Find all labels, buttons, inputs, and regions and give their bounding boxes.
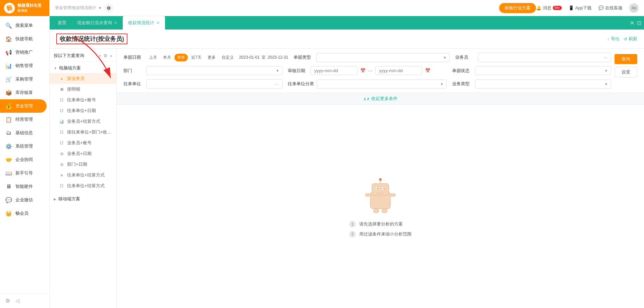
tab-maximize-btn[interactable]: ⊡ [637,20,641,26]
wechat-icon: 💬 [5,197,12,203]
user-avatar[interactable]: Rit [629,3,639,13]
empty-tip-1: 1 请先选择要分析的方案 [349,221,412,227]
schema-group-desktop-title[interactable]: ▼ 电脑端方案 [50,63,116,73]
header-settings-btn[interactable]: ⚙ [104,3,113,13]
schema-item-sp-settlement[interactable]: 📊 业务员+结算方式 [50,116,116,127]
date-tab-this-month[interactable]: 本月 [160,54,174,61]
salesperson-ellipsis[interactable]: ··· [603,55,607,60]
sidebar-item-basic-info[interactable]: 🗂 基础信息 [0,126,49,140]
sidebar-item-purchase[interactable]: 🛒 采购管理 [0,72,49,86]
app-download-item[interactable]: 📱 App下载 [569,5,592,11]
date-tab-last7[interactable]: 近7天 [189,54,204,61]
export-label: 导出 [611,36,620,42]
cp-category-select[interactable]: ▾ [317,80,447,89]
service-icon: 💬 [598,5,604,10]
notification-item[interactable]: 🔔 消息 99+ [536,5,562,11]
sidebar-item-quicknav[interactable]: 🏠 快捷导航 [0,32,49,46]
cp-settlement2-icon: ≡ [59,172,64,178]
sidebar-item-system[interactable]: ⚙️ 系统管理 [0,140,49,153]
schema-item-sp-date[interactable]: ⊙ 业务员+日期 [50,148,116,159]
calendar-end-icon[interactable]: 📅 [425,68,430,73]
mobile-arrow-icon: ▶ [54,197,56,201]
sidebar-item-member[interactable]: 👑 畅会员 [0,207,49,220]
filter-date-range: 2023-01-01 至 2023-12-31 [239,55,288,60]
filter-settings-button[interactable]: 设置 [614,67,637,78]
schema-item-cp-settlement2[interactable]: ≡ 往来单位+结算方式 [50,170,116,181]
sidebar-item-inventory[interactable]: 📦 库存核算 [0,86,49,99]
date-tab-this-year[interactable]: 本年 [174,54,188,61]
calendar-start-icon[interactable]: 📅 [360,68,366,73]
operations-icon: 📋 [5,116,12,123]
trial-button[interactable]: 体验行业方案 [499,3,536,13]
breadcrumb-dropdown-icon[interactable]: ▾ [99,5,101,10]
empty-tips: 1 请先选择要分析的方案 2 用过滤条件来缩小分析范围 [349,221,412,238]
schema-item-dept-date[interactable]: ⊙ 部门+日期 [50,159,116,170]
tip-num-1: 1 [349,221,356,227]
date-label: 单据日期 [123,54,144,60]
schema-collapse-btn[interactable]: « [110,53,112,58]
voucher-status-arrow-icon: ▾ [605,68,607,73]
date-tab-custom[interactable]: 自定义 [219,54,236,61]
main-area: 资金管理/收款情况统计 ▾ ⚙ 体验行业方案 🔔 消息 99+ 📱 App下载 … [50,0,644,308]
sidebar-item-operations[interactable]: 📋 经营管理 [0,113,49,126]
schema-item-sp-account[interactable]: ☐ 业务员+账号 [50,138,116,148]
sidebar-label-cooperation: 企业协同 [15,157,33,163]
sidebar-item-finance[interactable]: 💰 资金管理 [0,99,47,113]
sidebar-label-operations: 经营管理 [15,116,33,122]
filter-date-tabs: 上月 本月 本年 近7天 更多 自定义 [146,54,236,61]
date-tab-more[interactable]: 更多 [205,54,218,61]
sidebar-footer: ⚙ ◁ [0,293,49,308]
tab-bank-flow-close[interactable]: ✕ [114,20,117,25]
export-button[interactable]: ↑ 导出 [607,36,620,42]
sidebar-item-wechat[interactable]: 💬 企业微信 [0,193,49,207]
business-type-select[interactable]: ▾ [475,80,611,89]
schema-item-sp-date-label: 业务员+日期 [67,151,92,157]
sidebar-item-cooperation[interactable]: 🤝 企业协同 [0,153,49,166]
schema-item-cp-dept-receipt[interactable]: ☐ 按往来单位+部门+收... [50,127,116,138]
review-date-end-input[interactable] [375,66,422,75]
tab-receipt-stats[interactable]: 收款情况统计 ✕ [123,16,165,30]
sales-icon: 📊 [5,62,12,69]
schema-item-counterparty-date[interactable]: ☐ 往来单位+日期 [50,105,116,116]
sidebar-collapse-btn[interactable]: ◁ [15,298,19,304]
collapse-bar[interactable]: ∧∧ 收起更多条件 [117,93,644,105]
salesperson-select[interactable]: ··· [478,53,611,62]
sidebar-item-sales[interactable]: 📊 销售管理 [0,59,49,72]
schema-item-detail[interactable]: ⊞ 按明细 [50,84,116,95]
filter-review-date-item: 审核日期 📅 — 📅 [288,66,447,75]
review-date-start-input[interactable] [311,66,358,75]
voucher-status-select[interactable]: ▾ [475,66,611,75]
counterparty-select[interactable]: ··· [146,79,282,89]
date-tab-last-month[interactable]: 上月 [146,54,160,61]
svg-rect-11 [382,209,387,213]
sidebar-nav: 🔍 搜索菜单 🏠 快捷导航 📢 营销推广 📊 销售管理 🛒 采购管理 📦 库存核… [0,16,49,293]
online-service-item[interactable]: 💬 在线客服 [598,5,623,11]
svg-point-4 [377,188,378,189]
refresh-button[interactable]: ↺ 刷新 [624,36,637,42]
schema-item-cp-settlement3[interactable]: ☐ 往来单位+结算方式 [50,181,116,191]
schema-settings-btn[interactable]: ⚙ [103,53,108,58]
business-type-label: 业务类型 [452,81,472,87]
sidebar-item-smart-hw[interactable]: 🖥 智能硬件 [0,180,49,193]
schema-add-btn[interactable]: + [99,53,101,58]
sidebar-item-search[interactable]: 🔍 搜索菜单 [0,19,49,32]
sidebar-settings-btn[interactable]: ⚙ [5,298,10,304]
filter-dept-item: 部门 ▾ [123,66,282,75]
schema-group-mobile-title[interactable]: ▶ 移动端方案 [50,194,116,204]
tab-home[interactable]: 首页 [52,20,72,26]
tab-close-all-btn[interactable]: ✕ [630,20,634,26]
voucher-type-select[interactable]: ▾ [316,53,449,62]
dept-label: 部门 [123,68,144,74]
sidebar-item-marketing[interactable]: 📢 营销推广 [0,46,49,59]
schema-item-counterparty-account[interactable]: ☐ 往来单位+账号 [50,95,116,105]
svg-rect-8 [365,194,370,196]
counterparty-ellipsis[interactable]: ··· [275,81,279,87]
cp-date-icon: ☐ [59,108,64,113]
sidebar-item-guide[interactable]: 📖 新手引导 [0,166,49,180]
query-button[interactable]: 查询 [614,54,637,64]
collapse-up-icon: ∧∧ [363,96,370,101]
tab-bank-flow[interactable]: 现金银行流水查询 ✕ [72,16,123,30]
tab-receipt-stats-close[interactable]: ✕ [156,20,160,25]
dept-select[interactable]: ▾ [146,66,282,75]
schema-item-salesperson[interactable]: ● 按业务员 [50,73,116,84]
